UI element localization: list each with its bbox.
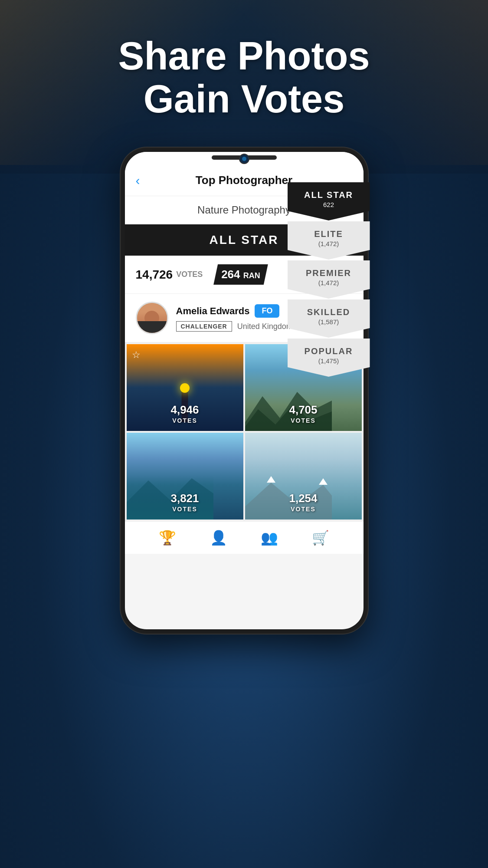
photo-votes-2: 4,705 VOTES	[245, 403, 362, 424]
rank-item-premier: PREMIER (1,472)	[285, 260, 372, 299]
rank-number: 264	[221, 268, 240, 281]
rank-count-elite: (1,472)	[318, 240, 339, 247]
rank-count-popular: (1,475)	[318, 357, 339, 365]
user-name: Amelia Edwards	[176, 306, 250, 317]
nav-community-icon[interactable]: 👥	[261, 529, 278, 546]
rank-name-premier: PREMIER	[306, 268, 351, 278]
rank-item-elite: ELITE (1,472)	[285, 221, 372, 260]
svg-marker-4	[267, 476, 275, 483]
photo-item-3[interactable]: 3,821 VOTES	[127, 433, 243, 519]
hero-section: Share Photos Gain Votes	[0, 35, 488, 121]
avatar-face	[137, 303, 167, 333]
category-label: Nature Photography	[197, 204, 291, 216]
bottom-nav: 🏆 👤 👥 🛒	[125, 521, 364, 554]
nav-trophy-icon[interactable]: 🏆	[159, 529, 176, 546]
nav-cart-icon[interactable]: 🛒	[312, 529, 329, 546]
rank-badge: 264 RAN	[213, 264, 268, 285]
rank-count-allstar: 622	[323, 201, 334, 208]
rank-panel: ALL STAR 622 ELITE (1,472) PREMIER (1,47…	[285, 182, 372, 378]
svg-marker-5	[319, 478, 328, 485]
favorite-icon-1: ☆	[132, 349, 141, 361]
rank-chevron-skilled: SKILLED (1,587)	[288, 299, 370, 338]
phone-mockup: ‹ Top Photographer Nature Photography AL…	[121, 148, 368, 634]
rank-chevron-elite: ELITE (1,472)	[288, 221, 370, 260]
nav-profile-icon[interactable]: 👤	[210, 529, 227, 546]
rank-chevron-premier: PREMIER (1,472)	[288, 260, 370, 299]
rank-name-allstar: ALL STAR	[304, 190, 353, 200]
rank-suffix: RAN	[243, 271, 260, 280]
user-country: United Kingdom	[237, 322, 293, 331]
photo-votes-3: 3,821 VOTES	[127, 492, 243, 513]
votes-label: VOTES	[176, 270, 203, 279]
rank-item-skilled: SKILLED (1,587)	[285, 299, 372, 338]
rank-name-skilled: SKILLED	[307, 307, 350, 317]
photo-item-4[interactable]: 1,254 VOTES	[245, 433, 362, 519]
rank-item-popular: POPULAR (1,475)	[285, 339, 372, 377]
rank-chevron-allstar: ALL STAR 622	[288, 182, 370, 220]
votes-count: 14,726	[136, 268, 173, 282]
rank-chevron-popular: POPULAR (1,475)	[288, 339, 370, 377]
header-title: Top Photographer	[196, 174, 292, 187]
challenger-badge: CHALLENGER	[176, 321, 232, 332]
rank-name-elite: ELITE	[314, 229, 343, 239]
rank-name-popular: POPULAR	[305, 346, 353, 356]
phone-camera	[239, 154, 249, 164]
back-button[interactable]: ‹	[136, 173, 140, 188]
avatar	[136, 302, 168, 334]
photo-votes-4: 1,254 VOTES	[245, 492, 362, 513]
hero-title: Share Photos Gain Votes	[0, 35, 488, 121]
photo-votes-1: 4,946 VOTES	[127, 403, 243, 424]
rank-item-allstar: ALL STAR 622	[285, 182, 372, 220]
rank-count-premier: (1,472)	[318, 279, 339, 286]
photo-item-1[interactable]: ☆ 4,946 VOTES	[127, 344, 243, 431]
rank-count-skilled: (1,587)	[318, 318, 339, 326]
follow-button[interactable]: FO	[255, 304, 279, 318]
